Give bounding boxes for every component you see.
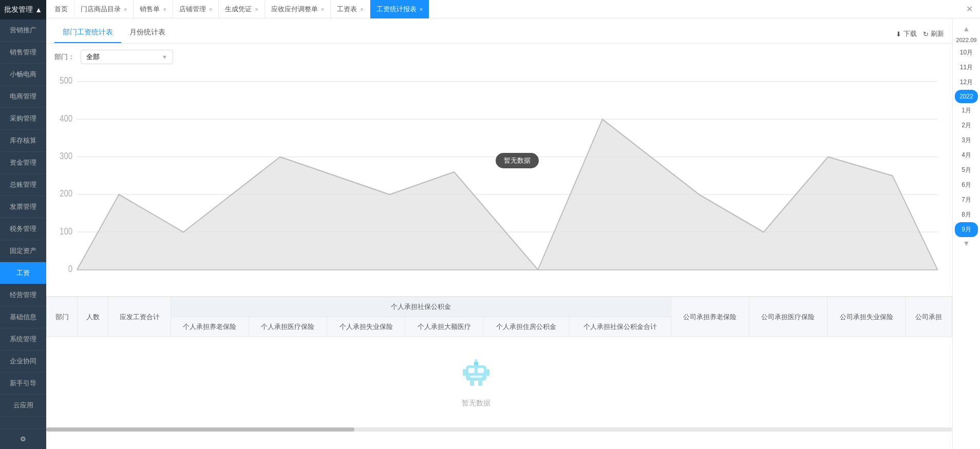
svg-rect-22 [478,381,482,386]
svg-text:300: 300 [60,151,72,161]
sub-tab-部门工资统计表[interactable]: 部门工资统计表 [54,25,121,43]
col-personal-pension: 个人承担养老保险 [171,317,249,337]
empty-state-text: 暂无数据 [462,399,491,408]
settings-icon: ⚙ [20,435,26,443]
tab-工资表[interactable]: 工资表× [331,0,370,18]
sidebar-item-库存核算[interactable]: 库存核算 [0,130,46,152]
calendar-down-button[interactable]: ▼ [961,237,972,249]
sidebar-item-资金管理[interactable]: 资金管理 [0,152,46,174]
sidebar-item-总账管理[interactable]: 总账管理 [0,174,46,196]
empty-state-icon [456,353,497,394]
tab-close-icon[interactable]: × [420,6,423,12]
download-button[interactable]: ⬇ 下载 [896,29,917,38]
tab-店铺管理[interactable]: 店铺管理× [173,0,219,18]
download-icon: ⬇ [896,30,901,38]
sub-tab-月份统计表[interactable]: 月份统计表 [121,25,174,43]
close-all-tabs-button[interactable]: ✕ [961,4,978,14]
col-company-medical: 公司承担医疗保险 [749,297,827,337]
svg-rect-16 [470,376,482,378]
col-personal-total: 个人承担社保公积金合计 [569,317,671,337]
svg-text:100: 100 [60,226,72,236]
sidebar-item-新手引导[interactable]: 新手引导 [0,373,46,395]
wage-table: 部门 人数 应发工资合计 个人承担社保公积金 公司承担养老保险 公司承担医疗保险… [46,297,952,423]
sidebar-item-基础信息[interactable]: 基础信息 [0,306,46,328]
chart-area: 500 400 300 200 100 0 [46,70,952,296]
sidebar-item-采购管理[interactable]: 采购管理 [0,108,46,130]
calendar-month-6月[interactable]: 6月 [953,178,980,192]
sidebar-title: 批发管理 [4,5,33,14]
tab-bar: 首页门店商品目录×销售单×店铺管理×生成凭证×应收应付调整单×工资表×工资统计报… [46,0,980,18]
sidebar-item-云应用[interactable]: 云应用 [0,395,46,417]
sidebar-item-营销推广[interactable]: 营销推广 [0,19,46,42]
sidebar-footer-settings[interactable]: ⚙ [0,428,46,449]
empty-state: 暂无数据 [47,337,906,423]
tab-close-icon[interactable]: × [124,6,127,12]
calendar-month-10月[interactable]: 10月 [953,45,980,60]
refresh-label: 刷新 [931,29,944,38]
calendar-month-4月[interactable]: 4月 [953,148,980,163]
tab-close-icon[interactable]: × [321,6,324,12]
svg-rect-13 [466,365,486,381]
calendar-month-1月[interactable]: 1月 [953,103,980,118]
calendar-up-button[interactable]: ▲ [961,23,972,35]
col-company-unemployment: 公司承担失业保险 [827,297,906,337]
sidebar-header[interactable]: 批发管理 ▲ [0,0,46,19]
svg-point-18 [475,359,478,362]
col-personal-medical: 个人承担医疗保险 [249,317,327,337]
sidebar-item-税务管理[interactable]: 税务管理 [0,218,46,240]
dept-select[interactable]: 全部 ▼ [81,50,173,64]
svg-rect-17 [474,362,478,365]
calendar-month-11月[interactable]: 11月 [953,60,980,75]
svg-rect-19 [463,369,466,376]
tab-门店商品目录[interactable]: 门店商品目录× [74,0,134,18]
svg-rect-21 [470,381,474,386]
sidebar-item-企业协同[interactable]: 企业协同 [0,350,46,373]
calendar-month-9月[interactable]: 9月 [955,222,978,237]
sidebar-item-发票管理[interactable]: 发票管理 [0,196,46,218]
col-company-pension: 公司承担养老保险 [671,297,749,337]
sidebar-item-固定资产[interactable]: 固定资产 [0,240,46,262]
filter-dept-label: 部门： [54,52,74,62]
svg-rect-15 [478,368,484,373]
table-scrollbar[interactable] [46,423,952,436]
tab-工资统计报表[interactable]: 工资统计报表× [370,0,429,18]
refresh-icon: ↻ [923,30,929,38]
calendar-month-5月[interactable]: 5月 [953,163,980,178]
svg-text:200: 200 [60,188,72,198]
sidebar-item-电商管理[interactable]: 电商管理 [0,86,46,108]
svg-rect-20 [486,369,489,376]
tab-close-icon[interactable]: × [163,6,166,12]
col-dept: 部门 [47,297,78,337]
tab-close-icon[interactable]: × [209,6,212,12]
refresh-button[interactable]: ↻ 刷新 [923,29,944,38]
col-count: 人数 [78,297,108,337]
tab-close-icon[interactable]: × [255,6,258,12]
download-label: 下载 [903,29,917,38]
calendar-month-12月[interactable]: 12月 [953,75,980,90]
calendar-month-3月[interactable]: 3月 [953,133,980,148]
col-total-wage: 应发工资合计 [108,297,171,337]
tab-生成凭证[interactable]: 生成凭证× [219,0,265,18]
sidebar-item-小畅电商[interactable]: 小畅电商 [0,64,46,86]
col-personal-housing-fund: 个人承担住房公积金 [483,317,569,337]
tab-close-icon[interactable]: × [360,6,363,12]
svg-text:400: 400 [60,113,72,123]
sidebar-item-系统管理[interactable]: 系统管理 [0,328,46,350]
calendar-month-8月[interactable]: 8月 [953,207,980,222]
dept-select-value: 全部 [86,52,100,62]
calendar-year-label[interactable]: 2022.09 [956,35,977,45]
sidebar-collapse-icon[interactable]: ▲ [35,6,42,14]
calendar-month-2022[interactable]: 2022 [955,90,978,103]
calendar-month-7月[interactable]: 7月 [953,192,980,207]
main-area: 首页门店商品目录×销售单×店铺管理×生成凭证×应收应付调整单×工资表×工资统计报… [46,0,980,449]
tab-应收应付调整单[interactable]: 应收应付调整单× [265,0,331,18]
tab-首页[interactable]: 首页 [48,0,74,18]
sidebar-item-工资[interactable]: 工资 [0,262,46,284]
tab-销售单[interactable]: 销售单× [134,0,173,18]
sidebar-item-销售管理[interactable]: 销售管理 [0,42,46,64]
calendar-month-2月[interactable]: 2月 [953,118,980,133]
sidebar: 批发管理 ▲ 营销推广销售管理小畅电商电商管理采购管理库存核算资金管理总账管理发… [0,0,46,449]
toolbar-actions: ⬇ 下载 ↻ 刷新 [896,29,944,38]
sidebar-item-经营管理[interactable]: 经营管理 [0,284,46,306]
content-area: 部门工资统计表月份统计表 ⬇ 下载 ↻ 刷新 部门： 全部 ▼ [46,18,980,449]
